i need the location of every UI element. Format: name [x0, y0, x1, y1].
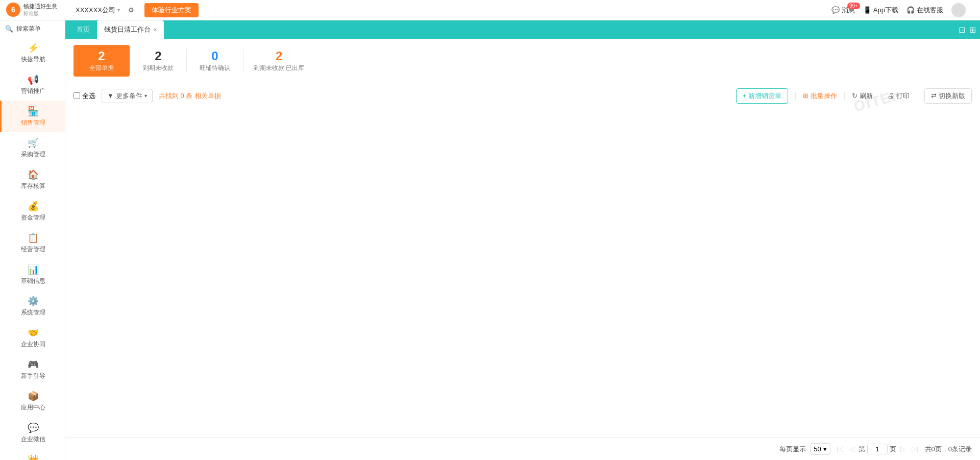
message-badge: 99+: [847, 3, 860, 9]
print-btn[interactable]: 🖨 打印: [888, 91, 910, 101]
search-icon: 🔍: [5, 25, 13, 33]
settings-icon[interactable]: ⚙: [124, 3, 138, 17]
per-page-select[interactable]: 50 ▾: [810, 443, 830, 455]
sidebar-item-marketing[interactable]: 📢 营销推广: [0, 69, 65, 101]
avatar[interactable]: [951, 3, 966, 17]
sidebar-item-system[interactable]: ⚙️ 系统管理: [0, 290, 65, 322]
tab-close-icon[interactable]: ×: [154, 27, 157, 33]
page-total: 共0页，0条记录: [925, 445, 972, 454]
sidebar-item-wechat[interactable]: 💬 企业微信: [0, 417, 65, 449]
add-sale-order-btn[interactable]: + 新增销货单: [736, 88, 788, 104]
toolbar-divider-2: [844, 92, 845, 100]
page-nav: |◁ ◁ 第 页 ▷ ▷|: [835, 444, 921, 454]
select-all-checkbox[interactable]: 全选: [74, 91, 95, 101]
sidebar-item-app-center[interactable]: 📦 应用中心: [0, 385, 65, 417]
member-icon: 👑: [28, 454, 39, 460]
app-center-icon: 📦: [28, 391, 39, 402]
stat-tab-due-unshipped[interactable]: 2 到期未收款 已出库: [243, 45, 314, 77]
sidebar-item-member[interactable]: 👑 畅会员: [0, 449, 65, 460]
sidebar-item-label: 快捷导航: [21, 55, 45, 64]
sidebar-search-label: 搜索菜单: [16, 25, 41, 33]
system-icon: ⚙️: [28, 296, 39, 307]
stat-num-all: 2: [98, 49, 105, 64]
sidebar-item-label: 营销推广: [21, 87, 45, 95]
tab-bar-actions: ⊡ ⊞: [959, 25, 976, 35]
switch-version-btn[interactable]: ⇄ 切换新版: [924, 88, 972, 104]
per-page-label: 每页显示: [779, 445, 806, 454]
refresh-icon: ↻: [852, 92, 857, 100]
stat-label-due-unshipped: 到期未收款 已出库: [254, 64, 304, 72]
sidebar-item-purchase[interactable]: 🛒 采购管理: [0, 132, 65, 164]
stat-tab-due-unpaid[interactable]: 2 到期未收款: [130, 45, 186, 77]
sidebar-item-label: 新手引导: [21, 372, 45, 380]
cooperation-icon: 🤝: [28, 327, 39, 338]
toolbar-right: + 新增销货单 ⊞ 批量操作 ↻ 刷新 🖨 打印 ⇄: [736, 88, 972, 104]
sidebar-item-label: 销售管理: [21, 118, 45, 127]
company-selector[interactable]: XXXXXX公司 ▾: [76, 6, 120, 15]
quick-nav-icon: ⚡: [28, 42, 39, 54]
sidebar: 🔍 搜索菜单 ⚡ 快捷导航 📢 营销推广 🏪 销售管理 🛒 采购管理 🏠 库存核…: [0, 20, 65, 460]
select-all-input[interactable]: [74, 92, 80, 99]
stat-label-wangwang: 旺辅待确认: [200, 64, 230, 72]
tab-cash-workbench-label: 钱货日清工作台: [104, 25, 151, 34]
filter-chevron: ▾: [144, 93, 147, 99]
page-input[interactable]: [867, 444, 888, 454]
wechat-icon: 💬: [28, 422, 39, 433]
batch-label: 批量操作: [811, 91, 837, 101]
sidebar-item-label: 经营管理: [21, 245, 45, 254]
sidebar-item-label: 应用中心: [21, 403, 45, 412]
batch-ops-btn[interactable]: ⊞ 批量操作: [803, 91, 837, 101]
capital-icon: 💰: [28, 201, 39, 212]
sidebar-item-operation[interactable]: 📋 经营管理: [0, 227, 65, 259]
stat-tab-all[interactable]: 2 全部单据: [74, 45, 130, 77]
filter-btn[interactable]: ▼ 更多条件 ▾: [102, 89, 153, 103]
stats-row: 2 全部单据 2 到期未收款 0 旺辅待确认 2 到期未收款 已出库: [65, 39, 980, 83]
main-content: 2 全部单据 2 到期未收款 0 旺辅待确认 2 到期未收款 已出库: [65, 39, 980, 460]
sidebar-item-label: 库存核算: [21, 182, 45, 190]
stat-num-due-unpaid: 2: [155, 49, 161, 64]
basic-icon: 📊: [28, 264, 39, 275]
last-page-btn[interactable]: ▷|: [910, 444, 920, 454]
sidebar-item-inventory[interactable]: 🏠 库存核算: [0, 164, 65, 196]
tab-restore-icon[interactable]: ⊡: [959, 25, 965, 35]
logo-text: 畅捷通好生意: [23, 3, 57, 10]
tab-bar: 首页 钱货日清工作台 × ⊡ ⊞: [65, 20, 980, 39]
refresh-label: 刷新: [860, 91, 873, 101]
app-download-btn[interactable]: 📱 App下载: [863, 6, 898, 15]
experience-btn[interactable]: 体验行业方案: [144, 3, 199, 17]
sidebar-item-basic[interactable]: 📊 基础信息: [0, 259, 65, 290]
sidebar-search[interactable]: 🔍 搜索菜单: [0, 20, 65, 37]
app-download-label: App下载: [873, 6, 898, 15]
guide-icon: 🎮: [28, 359, 39, 370]
toolbar-divider-1: [795, 92, 796, 100]
purchase-icon: 🛒: [28, 137, 39, 149]
sidebar-item-label: 基础信息: [21, 277, 45, 285]
sidebar-item-label: 采购管理: [21, 150, 45, 159]
sidebar-item-quick-nav[interactable]: ⚡ 快捷导航: [0, 37, 65, 69]
refresh-btn[interactable]: ↻ 刷新: [852, 91, 873, 101]
sidebar-item-label: 企业微信: [21, 435, 45, 444]
sidebar-item-capital[interactable]: 💰 资金管理: [0, 196, 65, 227]
sidebar-item-cooperation[interactable]: 🤝 企业协同: [0, 322, 65, 354]
sidebar-item-sales[interactable]: 🏪 销售管理: [0, 101, 65, 132]
message-btn[interactable]: 💬 消息 99+: [831, 6, 855, 15]
found-count: 0: [181, 92, 184, 100]
online-service-btn[interactable]: 🎧 在线客服: [906, 6, 943, 15]
print-label: 打印: [896, 91, 910, 101]
sidebar-item-label: 资金管理: [21, 213, 45, 222]
logo-icon: 6: [6, 3, 20, 17]
tab-home[interactable]: 首页: [69, 20, 97, 39]
tab-maximize-icon[interactable]: ⊞: [969, 25, 976, 35]
print-icon: 🖨: [888, 92, 894, 100]
first-page-btn[interactable]: |◁: [835, 444, 845, 454]
prev-page-btn[interactable]: ◁: [847, 444, 856, 454]
sidebar-item-label: 企业协同: [21, 340, 45, 349]
logo-area: 6 畅捷通好生意 标准版: [6, 3, 71, 17]
next-page-btn[interactable]: ▷: [898, 444, 908, 454]
table-area: [65, 109, 980, 405]
tab-cash-workbench[interactable]: 钱货日清工作台 ×: [97, 20, 164, 39]
sidebar-item-guide[interactable]: 🎮 新手引导: [0, 354, 65, 385]
online-service-label: 在线客服: [917, 6, 943, 15]
switch-label: 切换新版: [939, 91, 965, 101]
stat-tab-wangwang[interactable]: 0 旺辅待确认: [187, 45, 243, 77]
